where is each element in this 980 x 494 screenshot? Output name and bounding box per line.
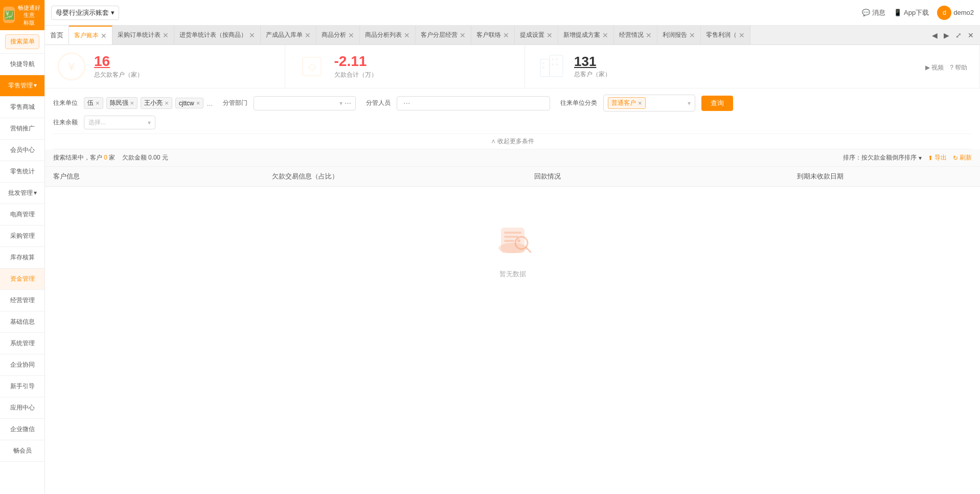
- unit-type-arrow: ▾: [688, 100, 691, 107]
- sidebar-item-new-guide[interactable]: 新手引导: [0, 376, 44, 397]
- unit-tag-close-3[interactable]: ×: [196, 99, 200, 107]
- tab-profit-report[interactable]: 利润报告 ✕: [657, 26, 701, 45]
- help-button[interactable]: ? 帮助: [950, 63, 967, 72]
- person-dropdown[interactable]: ···: [397, 96, 550, 110]
- tab-close-ops-status[interactable]: ✕: [646, 31, 652, 39]
- tab-instock-stats[interactable]: 进货单统计表（按商品） ✕: [174, 26, 261, 45]
- sidebar-item-ops-mgmt[interactable]: 经营管理: [0, 290, 44, 311]
- tab-product-analysis-list[interactable]: 商品分析列表 ✕: [360, 26, 416, 45]
- tab-customer-contact[interactable]: 客户联络 ✕: [471, 26, 515, 45]
- tab-home[interactable]: 首页: [45, 26, 69, 45]
- tab-customer-segment[interactable]: 客户分层经营 ✕: [416, 26, 471, 45]
- tab-close-new-plan[interactable]: ✕: [602, 31, 608, 39]
- tab-close-profit-report[interactable]: ✕: [689, 31, 695, 39]
- col-header-repayment: 回款情况: [534, 172, 796, 181]
- sidebar-item-member-vip[interactable]: 畅会员: [0, 440, 44, 462]
- tab-close-purchase-order[interactable]: ✕: [163, 31, 169, 39]
- tab-retail-profit[interactable]: 零售利润（ ✕: [701, 26, 750, 45]
- total-debt-label: 欠款合计（万）: [334, 71, 377, 79]
- tab-raise-settings[interactable]: 提成设置 ✕: [515, 26, 558, 45]
- tab-close-product-analysis[interactable]: ✕: [348, 31, 354, 39]
- message-button[interactable]: 💬 消息: [862, 8, 885, 17]
- unit-tag-close-0[interactable]: ×: [96, 99, 100, 107]
- table-wrapper: 客户信息 欠款交易信息（占比） 回款情况 到期未收款日期: [45, 167, 980, 309]
- refresh-icon: ↻: [953, 154, 958, 162]
- tab-accounts-receivable[interactable]: 客户账本 ✕: [69, 26, 112, 45]
- tab-close-customer-contact[interactable]: ✕: [503, 31, 509, 39]
- tab-scroll-right[interactable]: ▶: [942, 30, 951, 40]
- sidebar-item-member-center[interactable]: 会员中心: [0, 140, 44, 161]
- stat-debt-values: -2.11 欠款合计（万）: [334, 54, 377, 79]
- sidebar-item-retail-stats[interactable]: 零售统计: [0, 161, 44, 183]
- unit-type-select[interactable]: 普通客户 × ▾: [603, 95, 695, 111]
- overdue-customers-number[interactable]: 16: [94, 54, 143, 69]
- dept-dropdown-arrow: ▾: [339, 100, 343, 107]
- results-actions: 排序：按欠款金额倒序排序 ▾ ⬆ 导出 ↻ 刷新: [843, 153, 972, 162]
- sidebar-item-corp-collab[interactable]: 企业协同: [0, 354, 44, 376]
- sidebar-item-wholesale-mgmt[interactable]: 批发管理 ▾: [0, 183, 44, 204]
- sidebar-item-basic-info[interactable]: 基础信息: [0, 311, 44, 333]
- export-button[interactable]: ⬆ 导出: [928, 153, 947, 162]
- sidebar-item-inventory[interactable]: 库存核算: [0, 247, 44, 268]
- dept-dropdown[interactable]: ▾ ···: [254, 96, 356, 110]
- sidebar-item-retail-mgmt[interactable]: 零售管理 ▾: [0, 75, 44, 97]
- filter-collapse-button[interactable]: ∧ 收起更多条件: [53, 133, 972, 149]
- results-bar: 搜索结果中，客户 0 家 欠款金额 0.00 元 排序：按欠款金额倒序排序 ▾ …: [45, 149, 980, 167]
- tab-new-plan[interactable]: 新增提成方案 ✕: [558, 26, 614, 45]
- tab-close-cost-in[interactable]: ✕: [305, 31, 311, 39]
- stat-overdue-customers: ¥ 16 总欠款客户（家）: [45, 45, 285, 88]
- tab-purchase-order-stats[interactable]: 采购订单统计表 ✕: [112, 26, 174, 45]
- unit-tag-close-1[interactable]: ×: [130, 99, 134, 107]
- tab-close-retail-profit[interactable]: ✕: [739, 31, 745, 39]
- svg-rect-6: [542, 62, 544, 64]
- stat-total-debt: ◇ -2.11 欠款合计（万）: [285, 45, 526, 88]
- unit-tag-close-2[interactable]: ×: [165, 99, 169, 107]
- unit-type-selected-tag: 普通客户 ×: [608, 97, 646, 109]
- tab-close-raise-settings[interactable]: ✕: [546, 31, 553, 39]
- filter-row-1: 往来单位 伍 × 陈民强 × 王小亮 × cjttcw: [53, 95, 972, 111]
- svg-rect-11: [556, 63, 558, 65]
- table-header: 客户信息 欠款交易信息（占比） 回款情况 到期未收款日期: [45, 167, 980, 187]
- query-button[interactable]: 查询: [701, 96, 733, 111]
- tab-product-analysis[interactable]: 商品分析 ✕: [316, 26, 360, 45]
- sidebar-item-corp-wechat[interactable]: 企业微信: [0, 419, 44, 440]
- sidebar-item-retail-mall[interactable]: 零售商城: [0, 97, 44, 118]
- sidebar-item-app-center[interactable]: 应用中心: [0, 397, 44, 419]
- tab-close-instock[interactable]: ✕: [249, 31, 255, 39]
- empty-state: 暂无数据: [45, 187, 980, 309]
- balance-filter-label: 往来余额: [53, 118, 78, 127]
- sidebar-item-quick-nav[interactable]: 快捷导航: [0, 54, 44, 75]
- account-selector[interactable]: 母婴行业演示账套 ▾: [51, 6, 119, 20]
- unit-tags-more[interactable]: ...: [207, 99, 213, 107]
- unit-type-tag-close[interactable]: ×: [638, 99, 642, 107]
- tab-maximize[interactable]: ⤢: [953, 30, 964, 40]
- tab-cost-in[interactable]: 产成品入库单 ✕: [261, 26, 316, 45]
- person-dots[interactable]: ···: [403, 99, 410, 108]
- tab-close-all[interactable]: ✕: [966, 30, 976, 40]
- sort-selector[interactable]: 排序：按欠款金额倒序排序 ▾: [843, 153, 922, 162]
- tab-close-product-list[interactable]: ✕: [404, 31, 410, 39]
- tab-close-customer-segment[interactable]: ✕: [460, 31, 466, 39]
- tabbar: 首页 客户账本 ✕ 采购订单统计表 ✕ 进货单统计表（按商品） ✕ 产成品入库单…: [45, 26, 980, 45]
- svg-text:¥: ¥: [68, 60, 75, 73]
- user-avatar: d: [937, 6, 951, 20]
- user-menu[interactable]: d demo2: [937, 6, 974, 20]
- sidebar-item-purchase-mgmt[interactable]: 采购管理: [0, 226, 44, 247]
- sidebar-item-finance-mgmt[interactable]: 资金管理: [0, 268, 44, 290]
- balance-dropdown[interactable]: 选择... ▾: [84, 116, 155, 129]
- sidebar-item-ecom-mgmt[interactable]: 电商管理: [0, 204, 44, 226]
- sidebar-item-sys-mgmt[interactable]: 系统管理: [0, 333, 44, 354]
- app-download-button[interactable]: 📱 App下载: [894, 8, 929, 17]
- sidebar-item-marketing[interactable]: 营销推广: [0, 118, 44, 140]
- tab-scroll-left[interactable]: ◀: [930, 30, 940, 40]
- stat-actions: ▶ 视频 ? 帮助: [925, 61, 967, 72]
- tab-close-accounts-receivable[interactable]: ✕: [101, 32, 107, 40]
- refresh-button[interactable]: ↻ 刷新: [953, 153, 972, 162]
- dept-dots[interactable]: ···: [345, 99, 351, 108]
- sidebar-logo[interactable]: 💹 畅捷通好生意 标版: [0, 0, 44, 30]
- video-button[interactable]: ▶ 视频: [925, 63, 944, 72]
- col-header-date: 到期未收款日期: [797, 172, 972, 181]
- tab-ops-status[interactable]: 经营情况 ✕: [614, 26, 657, 45]
- search-menu-button[interactable]: 搜索菜单: [5, 34, 39, 49]
- total-customers-number[interactable]: 131: [574, 55, 611, 68]
